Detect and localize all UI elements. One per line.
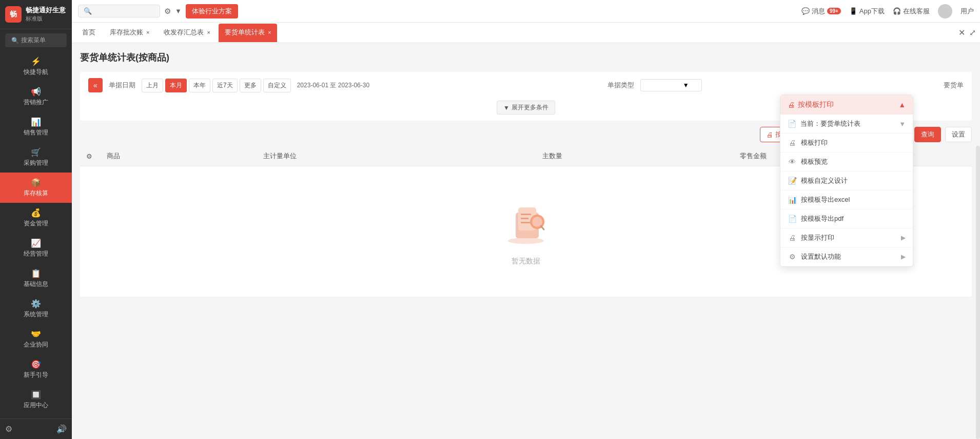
- sidebar-item-label: 企业协同: [24, 340, 48, 349]
- marketing-icon: 📢: [31, 87, 41, 97]
- dropdown-chevron-icon[interactable]: ▲: [898, 101, 906, 109]
- sidebar-item-app-center[interactable]: 🔲 应用中心: [0, 385, 72, 415]
- collab-icon: 🤝: [31, 329, 41, 339]
- export-pdf-label: 按模板导出pdf: [801, 214, 844, 223]
- message-badge: 99+: [827, 8, 841, 14]
- page-content: 要货单统计表(按商品) « 单据日期 上月 本月 本年 近7天 更多 自定义 2…: [72, 43, 980, 439]
- sidebar-item-operation[interactable]: 📈 经营管理: [0, 233, 72, 263]
- display-print-left: 🖨 按显示打印: [788, 233, 834, 242]
- sidebar-item-system[interactable]: ⚙️ 系统管理: [0, 294, 72, 324]
- sidebar-item-finance[interactable]: 💰 资金管理: [0, 203, 72, 233]
- topbar-search-box[interactable]: 🔍: [78, 5, 160, 17]
- sidebar-item-guide[interactable]: 🎯 新手引导: [0, 354, 72, 385]
- app-download-icon: 📱: [849, 7, 857, 15]
- sidebar-item-wechat[interactable]: 💬 企业微信: [0, 415, 72, 418]
- dropdown-item-export-pdf[interactable]: 📄 按模板导出pdf: [780, 209, 913, 228]
- operation-icon: 📈: [31, 238, 41, 248]
- tab-home[interactable]: 首页: [76, 24, 102, 42]
- th-unit: 主计量单位: [257, 146, 536, 166]
- sidebar-item-inventory[interactable]: 📦 库存核算: [0, 173, 72, 203]
- online-service-item[interactable]: 🎧 在线客服: [893, 7, 930, 16]
- tab-collection-summary[interactable]: 收发存汇总表 ×: [158, 24, 216, 42]
- sidebar-item-marketing[interactable]: 📢 营销推广: [0, 82, 72, 112]
- topbar-search-input[interactable]: [92, 8, 153, 15]
- topbar-chevron-icon[interactable]: ▼: [175, 7, 182, 15]
- date-btn-7days[interactable]: 近7天: [212, 79, 238, 92]
- message-item[interactable]: 💬 消息 99+: [801, 7, 841, 16]
- sidebar-item-purchase[interactable]: 🛒 采购管理: [0, 142, 72, 173]
- search-icon: 🔍: [11, 37, 19, 44]
- svg-point-0: [508, 238, 544, 244]
- volume-icon[interactable]: 🔊: [56, 424, 67, 434]
- finance-icon: 💰: [31, 208, 41, 218]
- close-window-btn[interactable]: ✕: [958, 28, 965, 37]
- set-default-icon: ⚙: [788, 253, 797, 261]
- basic-icon: 📋: [31, 269, 41, 278]
- set-default-label: 设置默认功能: [801, 252, 841, 261]
- order-category-label: 要货单: [944, 81, 964, 90]
- query-btn[interactable]: 查询: [914, 127, 941, 142]
- dropdown-item-export-excel[interactable]: 📊 按模板导出excel: [780, 190, 913, 209]
- tab-home-label: 首页: [82, 28, 95, 37]
- sidebar-item-label: 销售管理: [24, 128, 48, 137]
- order-type-select[interactable]: ▼: [640, 79, 702, 91]
- th-gear[interactable]: ⚙: [80, 146, 101, 166]
- dropdown-item-display-print[interactable]: 🖨 按显示打印 ▶: [780, 228, 913, 247]
- online-service-label: 在线客服: [903, 7, 930, 16]
- tab-inventory-batch[interactable]: 库存批次账 ×: [104, 24, 155, 42]
- sidebar-item-collab[interactable]: 🤝 企业协同: [0, 324, 72, 354]
- date-btn-custom[interactable]: 自定义: [263, 79, 291, 92]
- tab-order-close[interactable]: ×: [268, 29, 271, 35]
- filter-row: « 单据日期 上月 本月 本年 近7天 更多 自定义 2023-06-01 至 …: [88, 78, 964, 92]
- print-dropdown: 🖨 按模板打印 ▲ 📄 当前：要货单统计表 ▼ 🖨 模板打印 👁 模板预览 📝: [780, 94, 913, 267]
- sidebar-item-label: 快捷导航: [24, 68, 48, 77]
- settings-footer-icon[interactable]: ⚙: [5, 424, 12, 434]
- avatar[interactable]: [938, 4, 952, 18]
- template-custom-label: 模板自定义设计: [801, 176, 848, 185]
- sidebar-item-label: 营销推广: [24, 98, 48, 107]
- set-default-chevron: ▶: [901, 253, 906, 260]
- expand-window-btn[interactable]: ⤢: [969, 28, 976, 37]
- sidebar-item-quick-nav[interactable]: ⚡ 快捷导航: [0, 51, 72, 82]
- dropdown-title: 按模板打印: [798, 100, 834, 109]
- sidebar-search-box[interactable]: 🔍 搜索菜单: [5, 33, 67, 47]
- export-pdf-icon: 📄: [788, 215, 797, 223]
- app-download-item[interactable]: 📱 App下载: [849, 7, 885, 16]
- display-print-icon: 🖨: [788, 234, 797, 242]
- sidebar-item-label: 资金管理: [24, 219, 48, 228]
- date-btn-this-year[interactable]: 本年: [189, 79, 210, 92]
- sidebar-item-label: 应用中心: [24, 401, 48, 410]
- tab-collection-label: 收发存汇总表: [164, 28, 204, 37]
- dropdown-item-template-print[interactable]: 🖨 模板打印: [780, 133, 913, 152]
- dropdown-header[interactable]: 🖨 按模板打印 ▲: [780, 95, 913, 114]
- date-range: 2023-06-01 至 2023-06-30: [297, 81, 369, 90]
- date-btn-last-month[interactable]: 上月: [142, 79, 163, 92]
- empty-illustration: [500, 197, 552, 249]
- service-icon: 🎧: [893, 7, 901, 15]
- tab-order-summary[interactable]: 要货单统计表 ×: [219, 24, 277, 42]
- dropdown-item-set-default[interactable]: ⚙ 设置默认功能 ▶: [780, 247, 913, 266]
- right-scrollbar[interactable]: [976, 146, 980, 439]
- sidebar-search-area[interactable]: 🔍 搜索菜单: [0, 29, 72, 51]
- message-label: 消息: [812, 7, 825, 16]
- main-area: 🔍 ⚙ ▼ 体验行业方案 💬 消息 99+ 📱 App下载 🎧 在线客服 用户: [72, 0, 980, 439]
- tab-inventory-batch-close[interactable]: ×: [146, 29, 149, 35]
- set-default-left: ⚙ 设置默认功能: [788, 252, 841, 261]
- tabs-right-controls: ✕ ⤢: [958, 28, 976, 37]
- sidebar: 畅 畅捷通好生意 标准版 🔍 搜索菜单 ⚡ 快捷导航 📢 营销推广 📊 销售管理…: [0, 0, 72, 439]
- settings-btn[interactable]: 设置: [945, 127, 972, 142]
- dropdown-item-template-preview[interactable]: 👁 模板预览: [780, 152, 913, 171]
- quick-nav-icon: ⚡: [31, 56, 41, 66]
- date-btn-this-month[interactable]: 本月: [165, 79, 187, 92]
- filter-expand-btn[interactable]: «: [88, 78, 103, 92]
- th-product: 商品: [101, 146, 257, 166]
- topbar-gear-icon[interactable]: ⚙: [164, 7, 171, 16]
- sidebar-item-basic[interactable]: 📋 基础信息: [0, 263, 72, 294]
- date-btn-more[interactable]: 更多: [240, 79, 261, 92]
- sidebar-item-sales[interactable]: 📊 销售管理: [0, 112, 72, 142]
- dropdown-item-template-custom[interactable]: 📝 模板自定义设计: [780, 171, 913, 190]
- tab-collection-close[interactable]: ×: [207, 29, 210, 35]
- trial-btn[interactable]: 体验行业方案: [186, 4, 238, 18]
- app-name: 畅捷通好生意 标准版: [26, 6, 66, 22]
- expand-more-btn[interactable]: ▼ 展开更多条件: [497, 101, 555, 114]
